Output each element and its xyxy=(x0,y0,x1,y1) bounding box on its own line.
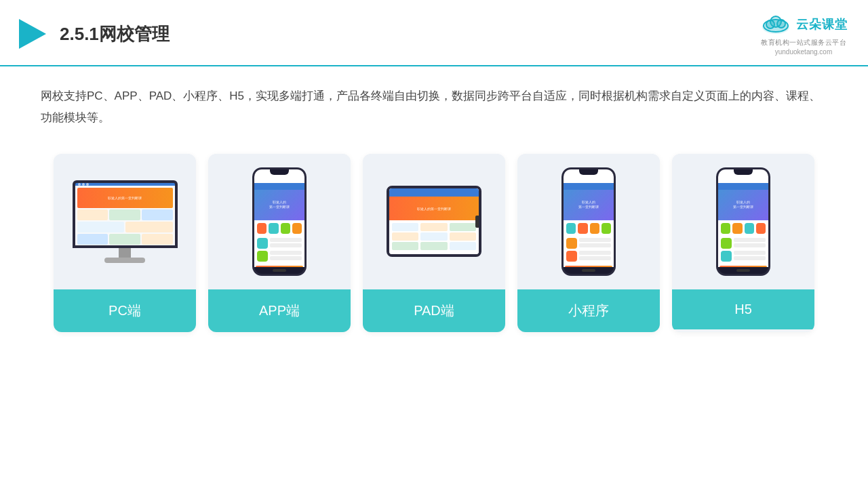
phone-screen-2: 职途人的第一堂判断课 xyxy=(564,169,614,267)
card-pad: 职途人的第一堂判断课 xyxy=(363,154,505,332)
svg-point-9 xyxy=(777,20,785,28)
title-text: 网校管理 xyxy=(99,24,170,44)
logo-subtitle: 教育机构一站式服务云平台 xyxy=(761,38,846,47)
phone-mockup-2: 职途人的第一堂判断课 xyxy=(561,167,616,276)
card-pc: 职途人的第一堂判断课 xyxy=(54,154,196,332)
phone-notch xyxy=(270,169,289,175)
card-app: 职途人的第一堂判断课 xyxy=(208,154,351,332)
card-pad-label: PAD端 xyxy=(363,289,505,332)
page-header: 2.5.1网校管理 云朵课堂 教育机构一站式服务云平台 yunduoketang… xyxy=(0,0,868,66)
phone-mockup-3: 职途人的第一堂判断课 xyxy=(716,167,770,276)
phone-screen: 职途人的第一堂判断课 xyxy=(254,169,304,267)
card-pc-image: 职途人的第一堂判断课 xyxy=(54,154,196,289)
cloud-icon xyxy=(760,12,792,37)
logo-cloud: 云朵课堂 xyxy=(760,12,848,37)
logo-text: 云朵课堂 xyxy=(796,16,848,33)
card-app-image: 职途人的第一堂判断课 xyxy=(208,154,351,289)
card-h5-image: 职途人的第一堂判断课 xyxy=(672,154,814,289)
page-title: 2.5.1网校管理 xyxy=(60,22,170,46)
card-miniprogram-label: 小程序 xyxy=(517,289,660,332)
header-left: 2.5.1网校管理 xyxy=(14,16,170,52)
phone-screen-3: 职途人的第一堂判断课 xyxy=(718,169,768,267)
phone-notch-3 xyxy=(734,169,753,175)
monitor-mockup: 职途人的第一堂判断课 xyxy=(73,180,178,263)
main-content: 网校支持PC、APP、PAD、小程序、H5，实现多端打通，产品各终端自由切换，数… xyxy=(0,66,868,346)
brand-logo-icon xyxy=(14,16,49,52)
svg-marker-0 xyxy=(19,19,46,49)
phone-mockup: 职途人的第一堂判断课 xyxy=(252,167,307,276)
card-app-label: APP端 xyxy=(208,289,351,332)
card-pc-label: PC端 xyxy=(54,289,196,332)
tablet-home-btn xyxy=(475,216,479,228)
card-h5-label: H5 xyxy=(672,289,814,329)
logo-area: 云朵课堂 教育机构一站式服务云平台 yunduoketang.com xyxy=(760,12,848,56)
description-text: 网校支持PC、APP、PAD、小程序、H5，实现多端打通，产品各终端自由切换，数… xyxy=(41,85,827,129)
tablet-mockup: 职途人的第一堂判断课 xyxy=(387,186,481,257)
card-miniprogram: 职途人的第一堂判断课 xyxy=(517,154,660,332)
card-miniprogram-image: 职途人的第一堂判断课 xyxy=(517,154,660,289)
card-pad-image: 职途人的第一堂判断课 xyxy=(363,154,505,289)
phone-notch-2 xyxy=(579,169,598,175)
monitor-screen: 职途人的第一堂判断课 xyxy=(73,180,178,248)
card-h5: 职途人的第一堂判断课 xyxy=(672,154,814,332)
logo-url: yunduoketang.com xyxy=(775,48,833,56)
tablet-screen: 职途人的第一堂判断课 xyxy=(389,188,479,254)
title-number: 2.5.1 xyxy=(60,24,99,44)
platform-cards-grid: 职途人的第一堂判断课 xyxy=(41,154,827,332)
